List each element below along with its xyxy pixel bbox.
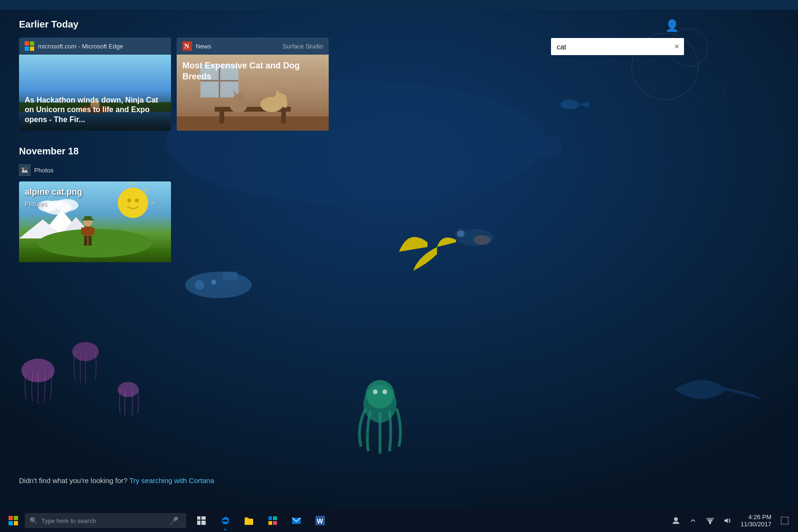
alpine-card-title: alpine cat.png: [25, 187, 82, 197]
earlier-today-title: Earlier Today: [19, 19, 779, 30]
svg-rect-76: [245, 519, 253, 525]
edge-card-app-name: microsoft.com - Microsoft Edge: [38, 43, 123, 50]
taskbar: 🔍 Type here to search 🎤: [0, 509, 798, 532]
svg-text:N: N: [184, 43, 189, 50]
edge-card-title: As Hackathon winds down, Ninja Cat on Un…: [25, 95, 165, 125]
svg-rect-87: [706, 518, 714, 520]
cortana-search-link[interactable]: Try searching with Cortana: [129, 476, 214, 484]
taskbar-mail[interactable]: [285, 509, 308, 532]
svg-rect-80: [273, 521, 277, 525]
news-card-subtitle: Surface Studio: [283, 43, 323, 50]
word-icon: W: [315, 516, 325, 525]
svg-rect-73: [201, 516, 206, 520]
taskbar-word[interactable]: W: [309, 509, 332, 532]
main-content: Earlier Today microsoft.com - Microsoft …: [0, 0, 798, 513]
start-button[interactable]: [2, 509, 25, 532]
chevron-icon: [691, 518, 695, 523]
news-icon: N: [182, 41, 192, 51]
microsoft-icon: [25, 41, 34, 51]
svg-point-51: [118, 188, 148, 218]
win-logo-green: [14, 516, 18, 520]
taskbar-date: 11/30/2017: [741, 521, 771, 528]
svg-point-47: [283, 100, 287, 108]
taskbar-store[interactable]: [261, 509, 284, 532]
win-logo-blue: [9, 521, 13, 525]
mail-icon: [292, 516, 301, 525]
svg-rect-42: [281, 112, 286, 124]
news-card-title: Most Expensive Cat and Dog Breeds: [182, 60, 323, 83]
explorer-icon: [244, 516, 254, 525]
people-icon: [672, 517, 680, 524]
edge-icon: [220, 516, 230, 525]
taskbar-time: 4:26 PM: [749, 513, 771, 521]
svg-point-58: [55, 199, 78, 211]
taskbar-clock[interactable]: 4:26 PM 11/30/2017: [737, 513, 775, 528]
svg-rect-78: [273, 516, 277, 520]
notification-icon: [781, 517, 788, 524]
svg-rect-24: [25, 47, 29, 51]
svg-point-63: [38, 229, 152, 257]
svg-point-53: [135, 199, 139, 202]
store-icon: [268, 516, 277, 525]
taskbar-mic-icon[interactable]: 🎤: [166, 513, 181, 528]
svg-rect-75: [201, 521, 206, 525]
svg-rect-71: [82, 219, 94, 220]
svg-rect-48: [21, 166, 28, 174]
photos-icon: [19, 164, 30, 176]
svg-rect-74: [197, 521, 200, 525]
news-card-app-name: News: [196, 43, 211, 50]
taskbar-search-bar[interactable]: 🔍 Type here to search 🎤: [25, 513, 186, 528]
svg-rect-36: [177, 116, 329, 131]
taskbar-network-icon[interactable]: [703, 513, 718, 528]
svg-rect-86: [708, 520, 712, 522]
taskbar-volume-icon[interactable]: [720, 513, 735, 528]
news-card[interactable]: N News Surface Studio: [177, 38, 329, 131]
bottom-notice: Didn't find what you're looking for? Try…: [19, 476, 214, 484]
edge-active-indicator: [224, 529, 226, 531]
taskbar-notification-icon[interactable]: [777, 509, 792, 532]
bottom-notice-text: Didn't find what you're looking for?: [19, 476, 127, 484]
taskbar-edge[interactable]: [214, 509, 237, 532]
svg-rect-23: [30, 41, 34, 46]
svg-point-44: [233, 94, 244, 104]
taskbar-explorer[interactable]: [238, 509, 260, 532]
svg-point-49: [22, 168, 24, 170]
svg-rect-69: [92, 228, 95, 235]
svg-point-84: [674, 517, 678, 521]
taskbar-system-tray: 4:26 PM 11/30/2017: [668, 509, 796, 532]
task-view-icon: [197, 516, 206, 525]
alpine-scene: alpine cat.png Pictures: [19, 181, 171, 262]
taskbar-apps: W: [190, 509, 332, 532]
svg-point-52: [127, 199, 131, 202]
news-card-header: N News Surface Studio: [177, 38, 329, 55]
svg-rect-41: [219, 112, 224, 124]
november-title: November 18: [19, 146, 779, 157]
win-logo-red: [9, 516, 13, 520]
taskbar-chevron-icon[interactable]: [685, 513, 701, 528]
news-card-thumbnail: Most Expensive Cat and Dog Breeds: [177, 55, 329, 131]
taskbar-task-view[interactable]: [190, 509, 213, 532]
win-logo-yellow: [14, 521, 18, 525]
svg-rect-25: [30, 47, 34, 51]
svg-rect-79: [268, 521, 272, 525]
alpine-cat-card[interactable]: alpine cat.png Pictures: [19, 181, 171, 262]
volume-icon: [723, 517, 731, 524]
edge-card[interactable]: microsoft.com - Microsoft Edge: [19, 38, 171, 131]
earlier-today-section: Earlier Today microsoft.com - Microsoft …: [19, 19, 779, 131]
alpine-card-subtitle: Pictures: [25, 200, 47, 208]
svg-rect-66: [84, 236, 87, 246]
svg-rect-85: [709, 522, 711, 524]
svg-text:W: W: [317, 517, 323, 525]
edge-card-title-overlay: As Hackathon winds down, Ninja Cat on Un…: [19, 90, 171, 131]
svg-rect-67: [88, 236, 92, 246]
svg-rect-72: [197, 516, 200, 520]
earlier-today-cards: microsoft.com - Microsoft Edge: [19, 38, 779, 131]
network-icon: [706, 517, 714, 524]
windows-logo: [9, 516, 18, 525]
taskbar-search-placeholder: Type here to search: [41, 517, 96, 524]
svg-rect-77: [268, 516, 272, 520]
taskbar-search-icon: 🔍: [29, 517, 38, 524]
svg-rect-68: [81, 228, 84, 235]
taskbar-people-icon[interactable]: [668, 513, 684, 528]
svg-rect-65: [84, 227, 92, 236]
